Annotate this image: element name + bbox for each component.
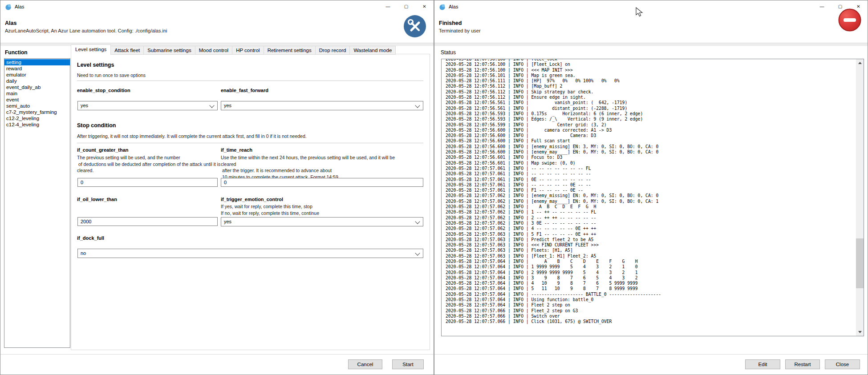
log-line: 2020-05-28 12:07:56.100 | INFO | [Fleet_… (446, 62, 855, 67)
log-line: 2020-05-28 12:07:56.600 | INFO | camera … (446, 128, 855, 133)
scrollbar-thumb[interactable] (856, 238, 864, 288)
tab[interactable]: Drop record (315, 46, 350, 55)
log-line: 2020-05-28 12:07:57.066 | INFO | Switch … (446, 314, 855, 319)
sidebar-item[interactable]: c12-4_leveling (4, 121, 70, 128)
sidebar-item[interactable]: semi_auto (4, 103, 70, 109)
log-line: 2020-05-28 12:07:56.593 | INFO | 0.175s … (446, 111, 855, 117)
log-line: 2020-05-28 12:07:56.600 | INFO | Full sc… (446, 138, 855, 144)
log-line: 2020-05-28 12:07:56.112 | INFO | [Map_bu… (446, 84, 855, 89)
dropdown-chevron-icon (415, 103, 420, 108)
header-divider (434, 43, 868, 46)
log-line: 2020-05-28 12:07:56.600 | INFO | [enemy_… (446, 144, 855, 149)
tab[interactable]: Wasteland mode (349, 46, 396, 55)
run-status-title: Finished (439, 20, 462, 26)
settings-tabstrip: Level settings Attack fleet Submarine se… (71, 44, 395, 55)
log-line: 2020-05-28 12:07:56.601 | INFO | Focus t… (446, 155, 855, 160)
tab[interactable]: Mood control (195, 46, 232, 55)
if-dock-full-label: if_dock_full (77, 235, 104, 241)
tab[interactable]: HP control (232, 46, 264, 55)
log-line: 2020-05-28 12:07:57.062 | INFO | 3 0E --… (446, 221, 855, 226)
log-line: 2020-05-28 12:07:57.061 | INFO | -- -- -… (446, 182, 855, 188)
mouse-cursor-icon (636, 7, 644, 18)
log-line: 2020-05-28 12:07:57.062 | INFO | [enemy_… (446, 199, 855, 204)
log-line: 2020-05-28 12:07:57.064 | INFO | 2 9999 … (446, 270, 855, 275)
tab[interactable]: Retirement settings (264, 46, 316, 55)
log-line: 2020-05-28 12:07:57.064 | INFO | 3 9 8 7… (446, 275, 855, 281)
log-scrollbar[interactable] (856, 59, 864, 336)
start-button[interactable]: Start (392, 359, 424, 369)
log-line: 2020-05-28 12:07:57.064 | INFO | Fleet 2… (446, 302, 855, 308)
log-line: 2020-05-28 12:07:56.600 | INFO | [enemy_… (446, 149, 855, 155)
sidebar-item[interactable]: c7-2_mystery_farming (4, 109, 70, 115)
maximize-button[interactable]: ▢ (397, 0, 415, 13)
log-line: 2020-05-28 12:07:56.111 | INFO | [HP] 97… (446, 78, 855, 84)
if-count-greater-than-desc: The previous setting will be used, and t… (77, 154, 224, 174)
alas-log-window: Alas — ▢ ✕ Finished Terminated by user S… (434, 0, 868, 375)
log-text: 2020-05-28 12:07:56.100 | INFO | fleet_l… (446, 59, 855, 325)
log-line: 2020-05-28 12:07:57.061 | INFO | 0E -- -… (446, 177, 855, 182)
scroll-up-icon[interactable] (856, 59, 864, 67)
function-panel-label: Function (5, 49, 28, 56)
log-line: 2020-05-28 12:07:57.063 | INFO | Predict… (446, 237, 855, 242)
if-time-reach-desc: Use the time within the next 24 hours, t… (221, 154, 399, 180)
select-value: yes (81, 103, 88, 108)
log-line: 2020-05-28 12:07:57.062 | INFO | 2 -- ++… (446, 215, 855, 221)
tab[interactable]: Submarine settings (143, 46, 195, 55)
close-button[interactable]: ✕ (415, 0, 434, 13)
enable-stop-condition-select[interactable]: yes (77, 101, 218, 110)
if-time-reach-input[interactable] (221, 178, 423, 187)
log-line: 2020-05-28 12:07:56.112 | INFO | Ensure … (446, 95, 855, 100)
if-oil-lower-than-label: if_oil_lower_than (77, 197, 117, 202)
if-trigger-emotion-control-select[interactable]: yes (221, 217, 423, 226)
tab-content-panel (71, 54, 430, 350)
tab[interactable]: Level settings (71, 44, 111, 55)
app-subtitle: AzurLaneAutoScript, An Azur Lane automat… (5, 28, 167, 33)
if-count-greater-than-input[interactable] (77, 178, 218, 187)
sidebar-item[interactable]: emulator (4, 72, 70, 78)
log-line: 2020-05-28 12:07:56.593 | INFO | Edges: … (446, 117, 855, 122)
log-line: 2020-05-28 12:07:56.561 | INFO | vanish_… (446, 100, 855, 105)
status-label: Status (441, 49, 456, 56)
minimize-button[interactable]: — (379, 0, 397, 13)
log-line: 2020-05-28 12:07:57.066 | INFO | Fleet_2… (446, 308, 855, 314)
log-output[interactable]: 2020-05-28 12:07:56.100 | INFO | fleet_l… (441, 59, 864, 336)
restart-button[interactable]: Restart (785, 359, 820, 369)
log-line: 2020-05-28 12:07:57.064 | INFO | -------… (446, 292, 855, 297)
alas-settings-window: Alas — ▢ ✕ Alas AzurLaneAutoScript, An A… (0, 0, 434, 375)
tab[interactable]: Attack fleet (110, 46, 144, 55)
cancel-button[interactable]: Cancel (348, 359, 382, 369)
sidebar-item[interactable]: c12-2_leveling (4, 115, 70, 121)
log-line: 2020-05-28 12:07:56.112 | INFO | Skip st… (446, 89, 855, 95)
sidebar-item[interactable]: setting (4, 59, 70, 65)
close-icon: ✕ (422, 4, 426, 9)
log-line: 2020-05-28 12:07:57.064 | INFO | Using f… (446, 297, 855, 302)
scroll-down-icon[interactable] (856, 328, 864, 336)
app-title: Alas (5, 20, 16, 26)
divider (77, 81, 423, 81)
close-window-button[interactable]: Close (825, 359, 860, 369)
log-line: 2020-05-28 12:07:57.064 | INFO | 1 9999 … (446, 264, 855, 270)
minimize-icon: — (386, 4, 390, 9)
log-line: 2020-05-28 12:07:57.063 | INFO | [Fleet_… (446, 254, 855, 259)
sidebar-item[interactable]: event_daily_ab (4, 84, 70, 90)
titlebar: Alas — ▢ ✕ (0, 0, 434, 13)
sidebar-item[interactable]: daily (4, 78, 70, 84)
sidebar-item[interactable]: main (4, 90, 70, 97)
log-line: 2020-05-28 12:07:56.100 | INFO | <<< MAP… (446, 68, 855, 73)
dropdown-chevron-icon (415, 219, 420, 224)
sidebar-item[interactable]: reward (4, 65, 70, 72)
function-list[interactable]: setting reward emulator daily event_dail… (4, 58, 70, 348)
dropdown-chevron-icon (415, 250, 420, 255)
log-line: 2020-05-28 12:07:57.063 | INFO | 5 F1 --… (446, 232, 855, 237)
log-line: 2020-05-28 12:07:56.561 | INFO | distant… (446, 106, 855, 111)
if-oil-lower-than-input[interactable] (77, 217, 218, 226)
log-line: 2020-05-28 12:07:56.601 | INFO | Map swi… (446, 161, 855, 166)
edit-button[interactable]: Edit (745, 359, 780, 369)
alas-app-icon (439, 4, 446, 10)
if-trigger-emotion-control-desc: If yes, wait for reply, complete this ti… (221, 203, 417, 216)
sidebar-item[interactable]: event (4, 97, 70, 103)
if-dock-full-select[interactable]: no (77, 249, 423, 258)
enable-fast-forward-select[interactable]: yes (221, 101, 423, 110)
stop-condition-title: Stop condition (77, 122, 116, 129)
minimize-button[interactable]: — (813, 0, 831, 13)
